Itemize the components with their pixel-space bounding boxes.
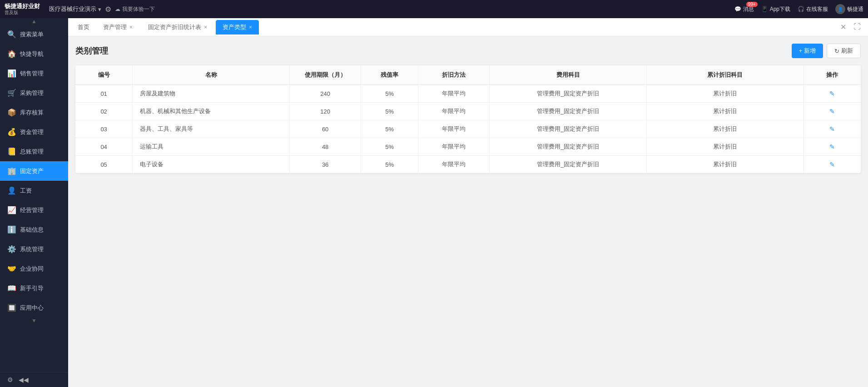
sidebar-item-app-center-label: 应用中心 (20, 304, 44, 312)
cell-expense: 管理费用_固定资产折旧 (490, 120, 647, 138)
cell-expense: 管理费用_固定资产折旧 (490, 156, 647, 174)
cell-accum: 累计折旧 (646, 103, 804, 120)
sidebar-item-salary[interactable]: 👤 工资 (0, 181, 68, 200)
cell-expense: 管理费用_固定资产折旧 (490, 138, 647, 156)
trial-button[interactable]: ☁ 我要体验一下 (115, 5, 155, 13)
sidebar-item-purchase[interactable]: 🛒 采购管理 (0, 83, 68, 103)
cell-name: 机器、机械和其他生产设备 (133, 103, 290, 120)
sidebar-item-sales-label: 销售管理 (20, 69, 44, 78)
service-icon: 🎧 (798, 6, 804, 12)
topbar: 畅捷通好业财 普及版 医疗器械行业演示 ▾ ⚙ ☁ 我要体验一下 💬 消息 99… (0, 0, 868, 18)
sidebar-item-inventory[interactable]: 📦 库存核算 (0, 103, 68, 122)
sidebar-item-app-center[interactable]: 🔲 应用中心 (0, 298, 68, 318)
message-button[interactable]: 💬 消息 99+ (734, 5, 754, 13)
app-download-button[interactable]: 📱 App下载 (761, 5, 790, 13)
cell-action: ✎ (804, 156, 861, 174)
col-header-name: 名称 (133, 65, 290, 85)
cell-code: 01 (75, 85, 133, 103)
page-content: 类别管理 + 新增 ↻ 刷新 编号 名称 使用期限（月） 残值率 (68, 36, 868, 387)
settings-icon[interactable]: ⚙ (105, 5, 111, 14)
cell-residual: 5% (361, 120, 418, 138)
tab-fixed-depreciation-close[interactable]: × (204, 24, 207, 30)
edit-button[interactable]: ✎ (829, 143, 835, 150)
user-name: 畅捷通 (847, 5, 863, 13)
scroll-down-icon[interactable]: ▼ (31, 318, 37, 324)
tab-fullscreen-icon[interactable]: ⛶ (851, 22, 863, 32)
data-table: 编号 名称 使用期限（月） 残值率 折旧方法 费用科目 累计折旧科目 操作 01… (75, 65, 861, 173)
tab-asset-type[interactable]: 资产类型 × (216, 20, 259, 35)
message-icon: 💬 (734, 6, 741, 12)
sidebar-item-search[interactable]: 🔍 搜索菜单 (0, 25, 68, 44)
sidebar-item-sales[interactable]: 📊 销售管理 (0, 64, 68, 83)
cell-period: 240 (290, 85, 361, 103)
cell-accum: 累计折旧 (646, 120, 804, 138)
page-header: 类别管理 + 新增 ↻ 刷新 (75, 44, 861, 58)
sidebar-item-quick-nav[interactable]: 🏠 快捷导航 (0, 44, 68, 64)
refresh-button[interactable]: ↻ 刷新 (827, 44, 861, 58)
purchase-icon: 🛒 (7, 89, 16, 97)
sidebar-item-sys-label: 系统管理 (20, 245, 44, 253)
sidebar-item-basic-info[interactable]: ℹ️ 基础信息 (0, 220, 68, 239)
collab-icon: 🤝 (7, 264, 16, 273)
user-menu[interactable]: 👤 畅捷通 (835, 4, 863, 14)
cell-name: 房屋及建筑物 (133, 85, 290, 103)
tab-asset-type-close[interactable]: × (249, 24, 252, 30)
tab-asset-mgmt-close[interactable]: × (129, 24, 133, 30)
company-selector[interactable]: 医疗器械行业演示 ▾ (49, 5, 101, 13)
tab-asset-type-label: 资产类型 (223, 23, 246, 31)
sidebar-collapse-icon[interactable]: ◀◀ (19, 376, 29, 383)
sidebar-item-ops[interactable]: 📈 经营管理 (0, 200, 68, 220)
sidebar-item-purchase-label: 采购管理 (20, 89, 44, 97)
cell-residual: 5% (361, 156, 418, 174)
sidebar-item-sys[interactable]: ⚙️ 系统管理 (0, 239, 68, 259)
avatar: 👤 (835, 4, 845, 14)
sidebar-item-capital-label: 资金管理 (20, 128, 44, 136)
cell-expense: 管理费用_固定资产折旧 (490, 103, 647, 120)
edit-button[interactable]: ✎ (829, 90, 835, 97)
sidebar-item-fixed-assets[interactable]: 🏢 固定资产 (0, 161, 68, 181)
table-row: 01 房屋及建筑物 240 5% 年限平均 管理费用_固定资产折旧 累计折旧 ✎ (75, 85, 861, 103)
sidebar-scroll-up: ▲ (0, 18, 68, 25)
sidebar-item-collab[interactable]: 🤝 企业协同 (0, 259, 68, 278)
logo-sub: 普及版 (5, 10, 40, 15)
cell-accum: 累计折旧 (646, 85, 804, 103)
topbar-left: 畅捷通好业财 普及版 (5, 3, 40, 15)
tab-asset-mgmt[interactable]: 资产管理 × (96, 20, 139, 35)
col-header-expense: 费用科目 (490, 65, 647, 85)
scroll-up-icon[interactable]: ▲ (31, 18, 37, 25)
table-header-row: 编号 名称 使用期限（月） 残值率 折旧方法 费用科目 累计折旧科目 操作 (75, 65, 861, 85)
tab-fixed-depreciation[interactable]: 固定资产折旧统计表 × (141, 20, 214, 35)
sidebar-item-capital[interactable]: 💰 资金管理 (0, 122, 68, 142)
sidebar-item-ops-label: 经营管理 (20, 206, 44, 214)
sidebar-settings-icon[interactable]: ⚙ (7, 376, 13, 383)
new-button[interactable]: + 新增 (792, 44, 823, 58)
sidebar-item-fixed-assets-label: 固定资产 (20, 167, 44, 175)
sales-icon: 📊 (7, 69, 16, 78)
edit-button[interactable]: ✎ (829, 125, 835, 133)
cell-residual: 5% (361, 85, 418, 103)
table-row: 03 器具、工具、家具等 60 5% 年限平均 管理费用_固定资产折旧 累计折旧… (75, 120, 861, 138)
tabbar: 首页 资产管理 × 固定资产折旧统计表 × 资产类型 × ✕ ⛶ (68, 18, 868, 36)
sidebar: ▲ 🔍 搜索菜单 🏠 快捷导航 📊 销售管理 🛒 采购管理 📦 库存核算 💰 资… (0, 18, 68, 387)
trial-icon: ☁ (115, 6, 120, 12)
col-header-code: 编号 (75, 65, 133, 85)
col-header-period: 使用期限（月） (290, 65, 361, 85)
cell-code: 03 (75, 120, 133, 138)
customer-service-button[interactable]: 🎧 在线客服 (798, 5, 828, 13)
sidebar-item-guide[interactable]: 📖 新手引导 (0, 278, 68, 298)
sidebar-item-collab-label: 企业协同 (20, 265, 44, 273)
cell-accum: 累计折旧 (646, 138, 804, 156)
sidebar-item-ledger[interactable]: 📒 总账管理 (0, 142, 68, 161)
tab-home[interactable]: 首页 (73, 20, 94, 35)
sidebar-scroll-down: ▼ (0, 318, 68, 324)
tab-asset-mgmt-label: 资产管理 (103, 23, 127, 31)
edit-button[interactable]: ✎ (829, 161, 835, 168)
cell-residual: 5% (361, 103, 418, 120)
cell-name: 运输工具 (133, 138, 290, 156)
tab-close-all-icon[interactable]: ✕ (838, 22, 849, 32)
refresh-label: 刷新 (841, 47, 853, 55)
col-header-method: 折旧方法 (418, 65, 489, 85)
edit-button[interactable]: ✎ (829, 108, 835, 115)
basic-info-icon: ℹ️ (7, 225, 16, 234)
guide-icon: 📖 (7, 284, 16, 293)
